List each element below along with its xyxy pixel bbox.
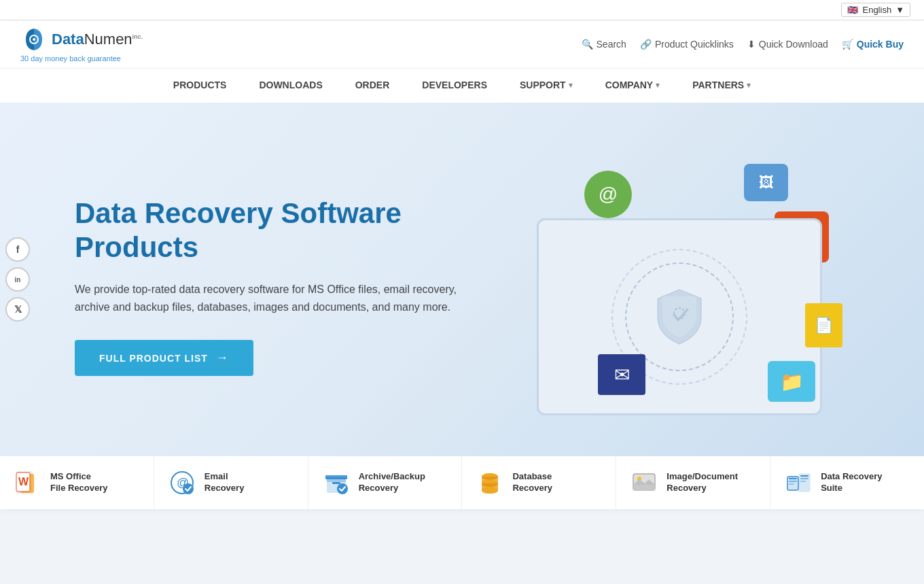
svg-rect-15 <box>325 475 347 477</box>
database-icon <box>476 468 504 497</box>
svg-rect-31 <box>800 475 808 477</box>
suite-line1: Data Recovery <box>821 471 882 483</box>
quick-buy-link[interactable]: 🛒 Quick Buy <box>842 39 904 50</box>
nav-company-label: COMPANY <box>605 80 654 90</box>
category-email[interactable]: @ Email Recovery <box>154 456 308 509</box>
logo-link[interactable]: DataNumeninc. <box>20 26 143 53</box>
svg-point-13 <box>183 483 194 494</box>
image-float-icon: 🖼 <box>744 164 788 201</box>
archive-line1: Archive/Backup <box>359 471 425 483</box>
svg-rect-28 <box>789 481 797 482</box>
facebook-button[interactable]: f <box>5 237 30 262</box>
hero-content: Data Recovery Software Products We provi… <box>54 196 476 377</box>
nav-partners[interactable]: PARTNERS ▾ <box>690 69 753 103</box>
svg-rect-18 <box>332 482 340 484</box>
nav-support-label: SUPPORT <box>520 80 566 90</box>
product-quicklinks[interactable]: 🔗 Product Quicklinks <box>640 39 734 50</box>
category-archive[interactable]: Archive/Backup Recovery <box>308 456 463 509</box>
ms-office-line1: MS Office <box>50 471 108 483</box>
nav-support[interactable]: SUPPORT ▾ <box>517 69 575 103</box>
nav-downloads[interactable]: DOWNLOADS <box>256 69 325 103</box>
linkedin-button[interactable]: in <box>5 267 30 292</box>
linkedin-icon: in <box>15 276 21 284</box>
language-label: English <box>862 5 891 15</box>
svg-rect-33 <box>800 481 806 482</box>
nav-products-label: PRODUCTS <box>173 80 227 90</box>
database-line1: Database <box>512 471 552 483</box>
nav-company[interactable]: COMPANY ▾ <box>603 69 663 103</box>
suite-text: Data Recovery Suite <box>821 471 882 494</box>
nav-order[interactable]: ORDER <box>353 69 393 103</box>
guarantee-text: 30 day money back guarantee <box>20 54 143 63</box>
category-suite[interactable]: Data Recovery Suite <box>770 456 924 509</box>
svg-rect-25 <box>633 485 655 490</box>
top-actions: 🔍 Search 🔗 Product Quicklinks ⬇ Quick Do… <box>582 39 904 50</box>
image-line1: Image/Document <box>667 471 738 483</box>
image-text: Image/Document Recovery <box>667 471 738 494</box>
email-text: Email Recovery <box>205 471 245 494</box>
hero-section: f in 𝕏 Data Recovery Software Products W… <box>0 103 924 456</box>
suite-icon <box>784 468 813 497</box>
svg-text:W: W <box>18 476 29 487</box>
email-line2: Recovery <box>205 483 245 494</box>
quicklinks-label: Product Quicklinks <box>655 39 734 50</box>
flag-icon: 🇬🇧 <box>847 5 858 15</box>
folder-float-icon: 📁 <box>768 361 815 402</box>
svg-rect-27 <box>789 478 797 479</box>
nav-partners-label: PARTNERS <box>692 80 744 90</box>
category-ms-office[interactable]: W MS Office File Recovery <box>0 456 154 509</box>
database-line2: Recovery <box>512 483 552 494</box>
svg-rect-32 <box>800 478 808 479</box>
archive-line2: Recovery <box>359 483 425 494</box>
twitter-icon: 𝕏 <box>14 304 22 315</box>
suite-line2: Suite <box>821 483 882 494</box>
svg-rect-17 <box>327 479 346 482</box>
image-recovery-icon <box>630 468 658 497</box>
cart-icon: 🛒 <box>842 39 853 50</box>
category-bar: W MS Office File Recovery @ Email Recove… <box>0 456 924 509</box>
ms-office-icon: W <box>14 468 42 497</box>
email-float-icon: @ <box>584 171 632 218</box>
nav-developers[interactable]: DEVELOPERS <box>419 69 490 103</box>
nav-developers-label: DEVELOPERS <box>422 80 487 90</box>
search-link[interactable]: 🔍 Search <box>582 39 626 50</box>
category-database[interactable]: Database Recovery <box>462 456 616 509</box>
chevron-down-icon: ▾ <box>656 81 660 90</box>
image-line2: Recovery <box>667 483 738 494</box>
arrow-icon: → <box>216 351 229 365</box>
archive-text: Archive/Backup Recovery <box>359 471 425 494</box>
logo-icon <box>20 26 48 53</box>
twitter-button[interactable]: 𝕏 <box>5 297 30 322</box>
full-product-list-button[interactable]: FULL PRODUCT LIST → <box>75 340 253 376</box>
logo-area: DataNumeninc. 30 day money back guarante… <box>20 26 143 63</box>
social-sidebar: f in 𝕏 <box>0 230 35 328</box>
nav-order-label: ORDER <box>355 80 390 90</box>
note2-float-icon: 📄 <box>805 303 842 347</box>
email-recovery-icon: @ <box>168 468 196 497</box>
main-navigation: PRODUCTS DOWNLOADS ORDER DEVELOPERS SUPP… <box>0 68 924 103</box>
envelope-float-icon: ✉ <box>598 354 645 395</box>
top-navigation: DataNumeninc. 30 day money back guarante… <box>0 20 924 68</box>
quick-buy-label: Quick Buy <box>857 39 904 50</box>
search-icon: 🔍 <box>582 39 593 50</box>
chevron-down-icon: ▾ <box>569 81 573 90</box>
search-label: Search <box>597 39 626 50</box>
hero-illustration: @ 🖼 W 🗄 📄 <box>476 143 883 429</box>
nav-downloads-label: DOWNLOADS <box>259 80 322 90</box>
logo-text: DataNumeninc. <box>52 31 143 48</box>
quick-download-label: Quick Download <box>759 39 828 50</box>
nav-products[interactable]: PRODUCTS <box>171 69 230 103</box>
link-icon: 🔗 <box>640 39 652 50</box>
language-selector[interactable]: 🇬🇧 English ▼ <box>841 3 910 17</box>
archive-icon <box>322 468 351 497</box>
hero-title: Data Recovery Software Products <box>75 196 476 265</box>
svg-point-22 <box>482 487 498 494</box>
ms-office-line2: File Recovery <box>50 483 108 494</box>
chevron-down-icon: ▾ <box>747 81 751 90</box>
language-bar: 🇬🇧 English ▼ <box>0 0 924 20</box>
ms-office-text: MS Office File Recovery <box>50 471 108 494</box>
product-list-label: FULL PRODUCT LIST <box>99 353 208 364</box>
category-image[interactable]: Image/Document Recovery <box>616 456 770 509</box>
database-text: Database Recovery <box>512 471 552 494</box>
quick-download-link[interactable]: ⬇ Quick Download <box>747 39 828 50</box>
